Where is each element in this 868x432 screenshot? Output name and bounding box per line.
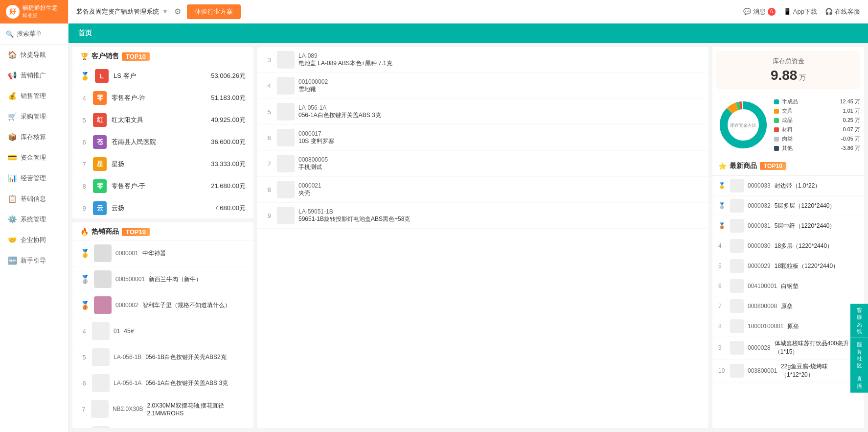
list-item: 9 0000028 体城嘉校味苏打饮品400毫升（1*15） <box>712 336 864 360</box>
product-code: LA-056-1A <box>298 104 701 111</box>
operations-icon: 📊 <box>8 174 17 183</box>
left-column: 🏆 客户销售 TOP10 🥇 L LS 客户 53,006.26元 <box>72 47 253 428</box>
svg-text:库存资金占比: 库存资金占比 <box>730 123 756 128</box>
app-download-label: App下载 <box>793 7 817 16</box>
rank-number: 9 <box>718 344 726 351</box>
sidebar-search[interactable]: 🔍 搜索菜单 <box>0 24 68 45</box>
sidebar-item-shortcut[interactable]: 🏠 快捷导航 <box>0 45 68 65</box>
legend-item: 材料 0.07 万 <box>774 125 860 134</box>
customer-list: 🥇 L LS 客户 53,006.26元 4 零 零售客户-许 51,183.0… <box>72 65 253 218</box>
cs-hotline-button[interactable]: 客服热线 <box>850 304 868 338</box>
product-image <box>94 296 112 314</box>
message-button[interactable]: 💬 消息 6 <box>743 7 776 16</box>
sidebar-item-label: 资金管理 <box>21 153 46 162</box>
new-products-title: 最新商品 <box>730 162 757 170</box>
trial-button[interactable]: 体验行业方案 <box>187 4 241 19</box>
app-download-button[interactable]: 📱 App下载 <box>783 7 817 16</box>
product-name: 18颗粒板（1220*2440） <box>775 262 858 270</box>
list-item: 6 LA-056-1A 056-1A白色按键开关盖ABS 3克 <box>72 370 253 396</box>
legend-label: 其他 <box>782 144 841 152</box>
table-row: 8 零 零售客户-于 21,680.00元 <box>72 175 253 197</box>
legend-label: 成品 <box>782 117 843 124</box>
sidebar-item-marketing[interactable]: 📢 营销推广 <box>0 65 68 86</box>
rank-icon: 🥈 <box>718 202 726 209</box>
legend-item: 其他 -3.86 万 <box>774 144 860 153</box>
product-code: 001000002 <box>298 78 701 85</box>
product-code: 000800005 <box>298 156 701 163</box>
rank-number: 9 <box>265 212 273 219</box>
search-icon: 🔍 <box>6 30 14 38</box>
product-name: 体城嘉校味苏打饮品400毫升（1*15） <box>775 339 858 356</box>
hot-products-card: 🔥 热销商品 TOP10 🥇 0000001 中华神器 🥈 000500001 <box>72 222 253 428</box>
new-products-header: ⭐ 最新商品 TOP10 <box>712 157 864 176</box>
online-service-button[interactable]: 🎧 在线客服 <box>825 7 860 16</box>
sidebar-item-operations[interactable]: 📊 经营管理 <box>0 168 68 189</box>
hot-product-list: 🥇 0000001 中华神器 🥈 000500001 新西兰牛肉（新牛） 🥉 <box>72 240 253 428</box>
customer-amount: 21,680.00元 <box>211 182 246 191</box>
search-menu-button[interactable]: 🔍 搜索菜单 <box>6 27 62 40</box>
list-item: 5 0000029 18颗粒板（1220*2440） <box>712 256 864 276</box>
system-selector[interactable]: 装备及固定资产辅助管理系统 ▼ <box>76 7 168 16</box>
sidebar-item-guide[interactable]: 🆕 新手引导 <box>0 250 68 271</box>
product-name: 电池盖 LA-089 ABS本色+黑种 7.1克 <box>298 59 701 68</box>
product-code: 0000030 <box>748 242 771 249</box>
gear-icon[interactable]: ⚙ <box>174 7 181 16</box>
list-item: 7 NB2.0X30B 2.0X30MM双摆花轴,摆花直径2.1MM/ROHS <box>72 396 253 422</box>
product-image <box>730 259 744 273</box>
list-item: 🥉 0000031 5层中纤（1220*2440） <box>712 216 864 236</box>
right-column: 库存总资金 9.88 万 <box>712 47 864 428</box>
product-code: 0000021 <box>298 182 701 189</box>
mid-column: 3 LA-089 电池盖 LA-089 ABS本色+黑种 7.1克 4 0010… <box>257 47 708 428</box>
rank-number: 8 <box>265 186 273 193</box>
system-icon: ⚙️ <box>8 215 17 224</box>
rank-number: 6 <box>80 139 88 146</box>
sidebar-item-basic[interactable]: 📋 基础信息 <box>0 189 68 209</box>
product-image <box>730 279 744 293</box>
list-item: 🥇 0000001 中华神器 <box>72 240 253 266</box>
rank-number: 4 <box>265 82 273 90</box>
legend-value: 0.25 万 <box>843 117 860 124</box>
sidebar-item-finance[interactable]: 💳 资金管理 <box>0 147 68 168</box>
search-label: 搜索菜单 <box>17 29 42 38</box>
purchase-icon: 🛒 <box>8 112 17 121</box>
product-name: 22g鱼豆腐-烧烤味（1*12*20） <box>781 362 858 379</box>
legend-color <box>774 146 779 151</box>
home-tab[interactable]: 首页 <box>69 24 102 43</box>
customer-amount: 40,925.00元 <box>211 116 246 124</box>
product-name: 45# <box>124 328 134 335</box>
list-item: 🥇 0000033 封边带（1.0*22） <box>712 176 864 196</box>
cs-live-button[interactable]: 直播 <box>850 372 868 393</box>
rank-number: 3 <box>265 56 273 64</box>
sidebar-item-system[interactable]: ⚙️ 系统管理 <box>0 209 68 230</box>
product-name: 056-1B白色按键开关壳ABS2克 <box>145 353 226 361</box>
product-image <box>277 51 295 69</box>
sidebar-item-purchase[interactable]: 🛒 采购管理 <box>0 106 68 127</box>
customer-name: 苍南县人民医院 <box>112 138 206 146</box>
sidebar-item-inventory[interactable]: 📦 库存核算 <box>0 127 68 147</box>
list-item: 6 004100001 白钢垫 <box>712 276 864 296</box>
avatar: 零 <box>93 179 107 193</box>
product-image <box>730 199 744 213</box>
sidebar-item-sales[interactable]: 💰 销售管理 <box>0 86 68 106</box>
sidebar-logo: 好 畅捷通好生意 标准版 <box>0 0 68 24</box>
customer-amount: 36,600.00元 <box>211 138 246 146</box>
sidebar-item-company[interactable]: 🤝 企业协同 <box>0 230 68 250</box>
sidebar-item-label: 采购管理 <box>21 112 46 121</box>
legend-label: 半成品 <box>782 98 840 105</box>
list-item: 🥉 0000002 智利车子里（规格不知道填什么） <box>72 292 253 318</box>
legend-color <box>774 109 779 114</box>
product-name: 2.0X30MM双摆花轴,摆花直径2.1MM/ROHS <box>147 402 246 417</box>
inventory-icon: 📦 <box>8 133 17 142</box>
floating-cs: 客服热线 服务社区 直播 <box>850 304 868 393</box>
topbar-right: 💬 消息 6 📱 App下载 🎧 在线客服 <box>743 7 860 16</box>
cs-community-button[interactable]: 服务社区 <box>850 338 868 372</box>
product-code: 0000002 <box>115 302 138 309</box>
list-item: 4 001000002 雪地靴 <box>257 73 708 99</box>
content-grid: 🏆 客户销售 TOP10 🥇 L LS 客户 53,006.26元 <box>69 43 868 432</box>
page-tab: 首页 <box>69 24 868 43</box>
product-code: 0000033 <box>748 182 771 189</box>
list-item: 5 LA-056-1B 056-1B白色按键开关壳ABS2克 <box>72 344 253 370</box>
table-row: 6 苍 苍南县人民医院 36,600.00元 <box>72 131 253 153</box>
legend-color <box>774 118 779 123</box>
avatar: 星 <box>93 157 107 171</box>
